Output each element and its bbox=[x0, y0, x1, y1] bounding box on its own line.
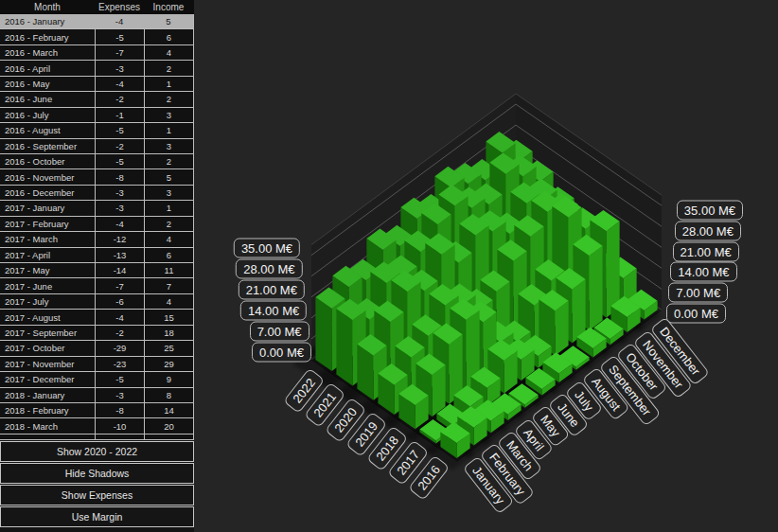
table-row[interactable]: 2016 - May-41 bbox=[0, 77, 194, 92]
cell-expenses: -5 bbox=[95, 372, 144, 386]
cell-month: 2018 - January bbox=[0, 388, 95, 402]
table-row[interactable]: 2017 - July-64 bbox=[0, 294, 194, 310]
cell-income: 2 bbox=[144, 217, 193, 231]
table-row[interactable]: 2016 - April-32 bbox=[0, 61, 194, 76]
cell-income: 25 bbox=[144, 341, 193, 355]
table-row[interactable]: 2017 - June-77 bbox=[0, 278, 194, 293]
cell-expenses: -3 bbox=[95, 201, 144, 215]
cell-month: 2016 - July bbox=[0, 108, 95, 122]
value-axis-label: 21.00 M€ bbox=[673, 241, 739, 261]
table-row[interactable]: 2016 - January-45 bbox=[0, 14, 194, 29]
cell-expenses: -23 bbox=[95, 357, 144, 371]
cell-month: 2017 - June bbox=[0, 278, 95, 293]
cell-income: 1 bbox=[144, 77, 193, 91]
cell-expenses: -7 bbox=[95, 45, 144, 60]
table-row[interactable]: 2017 - April-136 bbox=[0, 248, 194, 263]
table-row[interactable]: 2018 - March-1020 bbox=[0, 418, 194, 434]
table-row[interactable]: 2016 - September-23 bbox=[0, 139, 194, 154]
cell-income: 3 bbox=[144, 139, 193, 153]
table-row[interactable]: 2018 - February-814 bbox=[0, 403, 194, 418]
cell-income: 5 bbox=[144, 169, 193, 184]
cell-income: 4 bbox=[144, 232, 193, 246]
cell-income: 7 bbox=[144, 278, 193, 293]
table-row[interactable]: 2017 - August-415 bbox=[0, 310, 194, 325]
value-axis-label: 35.00 M€ bbox=[234, 239, 300, 258]
cell-income: 2 bbox=[144, 154, 193, 168]
cell-income: 20 bbox=[144, 418, 193, 433]
value-axis-label: 0.00 M€ bbox=[252, 343, 311, 363]
cell-expenses: -4 bbox=[95, 217, 144, 231]
show-expenses-button[interactable]: Show Expenses bbox=[0, 485, 194, 505]
qml-bars-application: Month Expenses Income 2016 - January-452… bbox=[0, 0, 778, 532]
cell-month: 2017 - December bbox=[0, 372, 95, 386]
cell-expenses: -5 bbox=[95, 29, 144, 44]
cell-month: 2017 - May bbox=[0, 263, 95, 277]
cell-month: 2018 - March bbox=[0, 418, 95, 433]
column-header-expenses: Expenses bbox=[95, 2, 144, 12]
table-row[interactable]: 2016 - June-22 bbox=[0, 92, 194, 107]
table-row[interactable]: 2017 - May-1411 bbox=[0, 263, 194, 278]
cell-expenses: -3 bbox=[95, 61, 144, 75]
table-row[interactable]: 2017 - December-59 bbox=[0, 372, 194, 387]
cell-income: 1 bbox=[144, 201, 193, 215]
table-row[interactable]: 2017 - March-124 bbox=[0, 232, 194, 247]
cell-month: 2016 - November bbox=[0, 169, 95, 184]
table-row-partial[interactable] bbox=[0, 434, 194, 440]
cell-expenses: -29 bbox=[95, 341, 144, 355]
hide-shadows-button[interactable]: Hide Shadows bbox=[0, 463, 194, 484]
table-row[interactable]: 2016 - July-13 bbox=[0, 108, 194, 123]
cell-income: 2 bbox=[144, 92, 193, 106]
cell-month: 2017 - October bbox=[0, 341, 95, 355]
cell-month: 2016 - June bbox=[0, 92, 95, 106]
show-years-button[interactable]: Show 2020 - 2022 bbox=[0, 441, 194, 462]
cell-month: 2016 - December bbox=[0, 186, 95, 200]
cell-month: 2016 - August bbox=[0, 123, 95, 137]
use-margin-button[interactable]: Use Margin bbox=[0, 506, 194, 527]
value-axis-label: 14.00 M€ bbox=[670, 262, 736, 282]
cell-expenses: -7 bbox=[95, 278, 144, 293]
value-axis-label: 28.00 M€ bbox=[236, 259, 302, 279]
value-axis-label: 7.00 M€ bbox=[668, 283, 728, 303]
value-axis-label: 28.00 M€ bbox=[675, 221, 741, 240]
cell-expenses: -2 bbox=[95, 326, 144, 340]
table-body: 2016 - January-452016 - February-562016 … bbox=[0, 14, 194, 434]
cell-income: 6 bbox=[144, 29, 193, 44]
value-axis-label: 21.00 M€ bbox=[239, 280, 305, 300]
cell-income: 1 bbox=[144, 123, 193, 137]
cell-income: 4 bbox=[144, 45, 193, 60]
table-row[interactable]: 2016 - August-51 bbox=[0, 123, 194, 138]
cell-income: 15 bbox=[144, 310, 193, 324]
column-header-month: Month bbox=[0, 2, 95, 12]
cell-expenses: -3 bbox=[95, 186, 144, 200]
table-row[interactable]: 2017 - September-218 bbox=[0, 326, 194, 341]
cell-income: 4 bbox=[144, 294, 193, 309]
table-row[interactable]: 2017 - February-42 bbox=[0, 217, 194, 232]
table-row[interactable]: 2016 - February-56 bbox=[0, 29, 194, 44]
cell-income: 3 bbox=[144, 108, 193, 122]
column-header-income: Income bbox=[144, 2, 193, 12]
cell-expenses: -5 bbox=[95, 123, 144, 137]
cell-income: 2 bbox=[144, 61, 193, 75]
value-axis-label: 14.00 M€ bbox=[240, 301, 307, 321]
table-row[interactable]: 2018 - January-38 bbox=[0, 388, 194, 403]
cell-month: 2017 - March bbox=[0, 232, 95, 246]
cell-expenses: -4 bbox=[95, 77, 144, 91]
table-row[interactable]: 2017 - November-2329 bbox=[0, 357, 194, 372]
table-row[interactable]: 2016 - November-85 bbox=[0, 169, 194, 185]
cell-month: 2016 - October bbox=[0, 154, 95, 168]
cell-expenses: -2 bbox=[95, 139, 144, 153]
cell-expenses: -10 bbox=[95, 418, 144, 433]
table-row[interactable]: 2016 - December-33 bbox=[0, 186, 194, 201]
data-table-panel: Month Expenses Income 2016 - January-452… bbox=[0, 0, 194, 532]
table-row[interactable]: 2016 - October-52 bbox=[0, 154, 194, 169]
bar3d-chart-view[interactable]: 0.00 M€0.00 M€7.00 M€7.00 M€14.00 M€14.0… bbox=[194, 0, 778, 532]
cell-expenses: -6 bbox=[95, 294, 144, 309]
cell-expenses: -12 bbox=[95, 232, 144, 246]
cell-income: 29 bbox=[144, 357, 193, 371]
cell-month: 2017 - April bbox=[0, 248, 95, 262]
cell-expenses: -1 bbox=[95, 108, 144, 122]
table-row[interactable]: 2017 - January-31 bbox=[0, 201, 194, 216]
table-row[interactable]: 2017 - October-2925 bbox=[0, 341, 194, 356]
cell-income: 14 bbox=[144, 403, 193, 417]
table-row[interactable]: 2016 - March-74 bbox=[0, 45, 194, 61]
